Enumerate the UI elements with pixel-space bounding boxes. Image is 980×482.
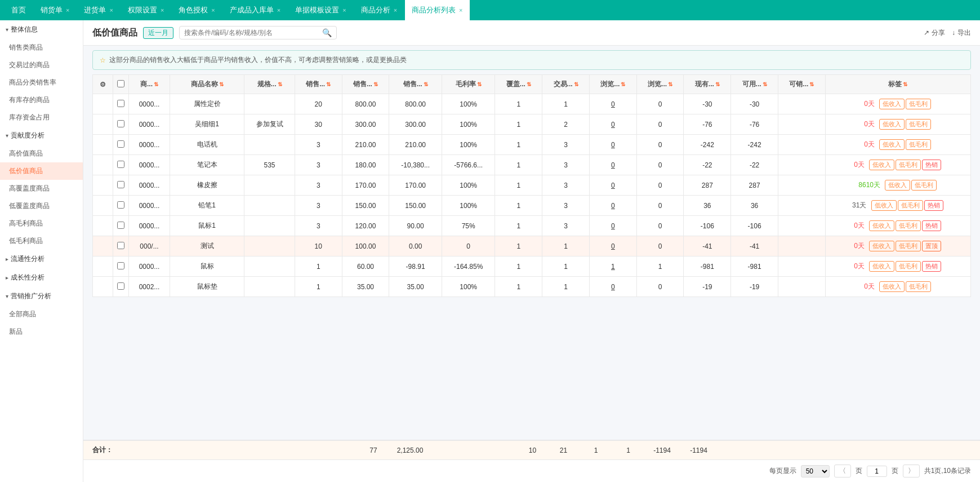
cell-checkbox[interactable]: [113, 216, 129, 236]
cell-browse1[interactable]: 0: [589, 216, 636, 236]
col-transactions[interactable]: 交易...⇅: [542, 75, 590, 94]
nav-product-analysis-list[interactable]: 商品分析列表 ×: [405, 0, 469, 20]
time-tag[interactable]: 近一月: [143, 27, 173, 39]
col-browse2[interactable]: 浏览...⇅: [636, 75, 684, 94]
cell-browse1[interactable]: 0: [589, 236, 636, 257]
col-sales-cost[interactable]: 销售...⇅: [389, 75, 442, 94]
row-checkbox[interactable]: [117, 201, 124, 209]
cell-checkbox[interactable]: [113, 135, 129, 155]
cell-cost: 170.00: [389, 175, 442, 196]
nav-home[interactable]: 首页: [5, 0, 33, 20]
nav-template-settings[interactable]: 单据模板设置 ×: [288, 0, 353, 20]
row-checkbox[interactable]: [117, 242, 124, 249]
cell-checkbox[interactable]: [113, 114, 129, 135]
nav-sales-order[interactable]: 销货单 ×: [34, 0, 76, 20]
close-icon[interactable]: ×: [277, 7, 280, 14]
col-gross-margin[interactable]: 毛利率⇅: [442, 75, 495, 94]
select-all-checkbox[interactable]: [117, 80, 124, 87]
sidebar-item-stock-capital[interactable]: 库存资金占用: [0, 109, 83, 126]
cell-checkbox[interactable]: [113, 236, 129, 257]
col-browse1[interactable]: 浏览...⇅: [589, 75, 636, 94]
table-row: 0002... 鼠标垫 1 35.00 35.00 100% 1 1 0 0 -…: [93, 277, 971, 297]
search-icon[interactable]: 🔍: [322, 28, 332, 37]
nav-permissions[interactable]: 权限设置 ×: [121, 0, 171, 20]
nav-product-inbound[interactable]: 产成品入库单 ×: [223, 0, 287, 20]
col-spec[interactable]: 规格...⇅: [244, 75, 295, 94]
search-input[interactable]: [184, 29, 322, 37]
row-checkbox[interactable]: [117, 222, 124, 229]
share-button[interactable]: ↗ 分享: [924, 28, 945, 38]
nav-purchase-order[interactable]: 进货单 ×: [77, 0, 119, 20]
close-icon[interactable]: ×: [394, 7, 397, 14]
nav-role-auth[interactable]: 角色授权 ×: [172, 0, 221, 20]
row-checkbox[interactable]: [117, 100, 124, 107]
cell-browse1[interactable]: 0: [589, 277, 636, 297]
close-icon[interactable]: ×: [161, 7, 164, 14]
cell-checkbox[interactable]: [113, 196, 129, 216]
cell-browse1[interactable]: 0: [589, 155, 636, 175]
sidebar-item-high-value[interactable]: 高价值商品: [0, 145, 83, 162]
sidebar-group-contribution[interactable]: ▾ 贡献度分析: [0, 126, 83, 145]
sidebar-item-low-profit[interactable]: 低毛利商品: [0, 232, 83, 250]
close-icon[interactable]: ×: [66, 7, 69, 14]
cell-name: 鼠标1: [170, 216, 244, 236]
cell-checkbox[interactable]: [113, 257, 129, 277]
sidebar-group-marketing[interactable]: ▾ 营销推广分析: [0, 287, 83, 306]
col-sales-qty[interactable]: 销售...⇅: [295, 75, 342, 94]
col-settings[interactable]: ⚙: [93, 75, 113, 94]
next-page-btn[interactable]: 〉: [903, 465, 920, 477]
cell-spec: [244, 257, 295, 277]
sidebar-item-new-goods[interactable]: 新品: [0, 323, 83, 341]
sidebar-item-traded-goods[interactable]: 交易过的商品: [0, 56, 83, 74]
close-icon[interactable]: ×: [211, 7, 215, 14]
cell-checkbox[interactable]: [113, 94, 129, 114]
nav-product-analysis[interactable]: 商品分析 ×: [354, 0, 404, 20]
sidebar-group-overall[interactable]: ▾ 整体信息: [0, 20, 83, 39]
close-icon[interactable]: ×: [109, 7, 113, 14]
col-tags[interactable]: 标签⇅: [825, 75, 970, 94]
cell-browse1[interactable]: 0: [589, 175, 636, 196]
cell-spec: [244, 175, 295, 196]
cell-checkbox[interactable]: [113, 277, 129, 297]
cell-code: 0000...: [129, 94, 170, 114]
export-button[interactable]: ↓ 导出: [952, 28, 971, 38]
row-checkbox[interactable]: [117, 282, 124, 290]
cell-browse1[interactable]: 0: [589, 135, 636, 155]
cell-browse1[interactable]: 1: [589, 257, 636, 277]
cell-checkbox[interactable]: [113, 175, 129, 196]
row-checkbox[interactable]: [117, 120, 124, 127]
cell-browse1[interactable]: 0: [589, 114, 636, 135]
col-name[interactable]: 商品名称⇅: [170, 75, 244, 94]
col-current-stock[interactable]: 现有...⇅: [684, 75, 731, 94]
per-page-select[interactable]: 50 100 200: [801, 465, 830, 477]
close-icon[interactable]: ×: [459, 7, 462, 14]
cell-checkbox[interactable]: [113, 155, 129, 175]
sidebar-item-stock-goods[interactable]: 有库存的商品: [0, 91, 83, 109]
col-available[interactable]: 可用...⇅: [731, 75, 778, 94]
row-checkbox[interactable]: [117, 161, 124, 168]
col-sales-amount[interactable]: 销售...⇅: [342, 75, 389, 94]
sidebar-item-category-rate[interactable]: 商品分类销售率: [0, 74, 83, 91]
cell-browse1[interactable]: 0: [589, 94, 636, 114]
sidebar-item-all-goods[interactable]: 全部商品: [0, 306, 83, 323]
cell-coverage: 1: [495, 94, 542, 114]
sidebar-group-circulation[interactable]: ▸ 流通性分析: [0, 250, 83, 268]
col-coverage[interactable]: 覆盖...⇅: [495, 75, 542, 94]
row-checkbox[interactable]: [117, 140, 124, 148]
row-checkbox[interactable]: [117, 181, 124, 188]
sidebar-item-high-coverage[interactable]: 高覆盖度商品: [0, 180, 83, 197]
sidebar-item-low-coverage[interactable]: 低覆盖度商品: [0, 197, 83, 215]
cell-tags: 0天 低收入低毛利热销: [825, 155, 970, 175]
sidebar-item-low-value[interactable]: 低价值商品: [0, 162, 83, 180]
row-checkbox[interactable]: [117, 262, 124, 269]
first-page-btn[interactable]: 〈: [834, 465, 851, 477]
col-code[interactable]: 商...⇅: [129, 75, 170, 94]
sidebar-item-sales-goods[interactable]: 销售类商品: [0, 39, 83, 56]
col-sellable[interactable]: 可销...⇅: [778, 75, 825, 94]
sidebar-group-growth[interactable]: ▸ 成长性分析: [0, 268, 83, 287]
cell-browse1[interactable]: 0: [589, 196, 636, 216]
sidebar-item-high-profit[interactable]: 高毛利商品: [0, 215, 83, 232]
close-icon[interactable]: ×: [342, 7, 346, 14]
page-input[interactable]: [867, 466, 887, 477]
cell-cost: 800.00: [389, 94, 442, 114]
